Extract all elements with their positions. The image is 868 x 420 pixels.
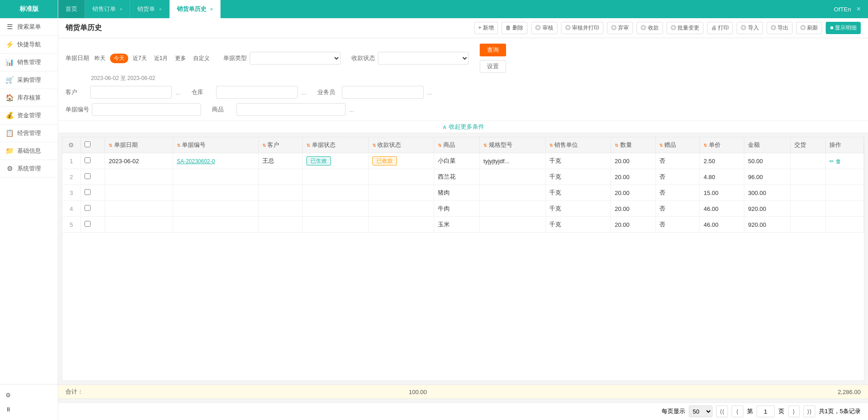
delete-action[interactable]: 🗑 [836,158,841,165]
select-all-checkbox[interactable] [85,141,90,147]
prev-page-button[interactable]: ⟨ [732,405,743,417]
date-shortcut-1month[interactable]: 近1月 [151,54,171,63]
next-page-button[interactable]: ⟩ [788,405,800,417]
tab-sales-goods-history[interactable]: 销货单历史 × [170,0,221,18]
date-shortcut-custom[interactable]: 自定义 [191,54,212,63]
sidebar-logo: 标准版 [0,0,58,18]
receipt-status-select[interactable] [378,52,469,65]
sidebar-item-finance-mgmt[interactable]: 💰 资金管理 [0,107,58,125]
refresh-button[interactable]: ◎ 刷新 [796,22,822,34]
doc-type-filter: 单据类型 [223,52,341,65]
th-gift[interactable]: ⇅ 赠品 [655,137,700,153]
query-button[interactable]: 查询 [480,44,506,56]
edit-action[interactable]: ✏ [829,158,834,165]
th-sales-unit[interactable]: ⇅ 销售单位 [545,137,611,153]
sort-icon-11: ⇅ [703,143,707,148]
date-shortcut-more[interactable]: 更多 [172,54,189,63]
audit-print-button[interactable]: ◎ 审核并打印 [561,22,603,34]
cell-operation[interactable] [825,169,863,185]
cell-checkbox[interactable] [80,201,105,217]
tab-home[interactable]: 首页 [58,0,85,18]
th-operation: 操作 [825,137,863,153]
tab-sales-order-close[interactable]: × [120,6,122,12]
th-settings[interactable]: ⚙ [62,137,80,153]
sidebar-settings-btn[interactable]: ⚙ [0,388,58,402]
new-button[interactable]: + 新增 [474,22,498,34]
cell-doc-date [105,217,173,233]
warehouse-dots[interactable]: ... [301,89,306,96]
page-number-input[interactable] [757,405,775,417]
export-button[interactable]: ◎ 导出 [767,22,793,34]
horizontal-scrollbar[interactable] [58,399,868,402]
column-settings-icon[interactable]: ⚙ [68,141,74,149]
cell-checkbox[interactable] [80,169,105,185]
th-unit-price[interactable]: ⇅ 单价 [700,137,744,153]
salesperson-filter: 业务员 ... [317,86,432,99]
warehouse-input[interactable] [216,86,298,99]
customer-dots[interactable]: ... [176,89,181,96]
cell-operation[interactable]: ✏🗑 [825,153,863,169]
tab-sales-goods-history-close[interactable]: × [210,6,213,12]
cell-operation[interactable] [825,201,863,217]
tab-sales-goods-close[interactable]: × [159,6,161,12]
goods-dots[interactable]: ... [349,106,354,113]
sidebar-collapse-btn[interactable]: ⏸ [0,402,58,416]
sidebar-item-purchase-mgmt[interactable]: 🛒 采购管理 [0,71,58,89]
window-close-button[interactable]: × [857,5,861,13]
sidebar-item-search-menu[interactable]: ☰ 搜索菜单 [0,18,58,36]
cell-checkbox[interactable] [80,153,105,169]
cell-amount: 300.00 [744,185,791,201]
th-spec-type[interactable]: ⇅ 规格型号 [480,137,545,153]
sidebar-item-operation-mgmt[interactable]: 📋 经营管理 [0,125,58,142]
doc-type-select[interactable] [250,52,341,65]
date-filter-controls: 昨天 今天 近7天 近1月 更多 自定义 [92,54,212,63]
cell-checkbox[interactable] [80,217,105,233]
cell-operation[interactable] [825,217,863,233]
print-button[interactable]: 🖨 打印 [707,22,733,34]
th-receipt-status[interactable]: ⇅ 收款状态 [368,137,434,153]
cell-doc-number[interactable]: SA-20230602-0 [173,153,258,169]
tab-sales-order[interactable]: 销售订单 × [85,0,130,18]
date-shortcut-yesterday[interactable]: 昨天 [92,54,108,63]
sidebar-item-system-mgmt[interactable]: ⚙ 系统管理 [0,160,58,178]
salesperson-input[interactable] [342,86,424,99]
th-quantity[interactable]: ⇅ 数量 [611,137,655,153]
tab-sales-goods[interactable]: 销货单 × [130,0,169,18]
filter-settings-button[interactable]: 设置 [480,60,506,73]
first-page-button[interactable]: ⟨⟨ [716,405,728,417]
date-shortcut-7days[interactable]: 近7天 [130,54,150,63]
th-customer[interactable]: ⇅ 客户 [258,137,303,153]
date-filter-label: 单据日期 [65,54,89,62]
batch-change-button[interactable]: ◎ 批量变更 [667,22,703,34]
salesperson-dots[interactable]: ... [427,89,432,96]
per-page-select[interactable]: 50 20 100 [689,405,712,417]
sort-icon-10: ⇅ [659,143,663,148]
import-button[interactable]: ◎ 导入 [737,22,763,34]
last-page-button[interactable]: ⟩⟩ [803,405,815,417]
customer-filter: 客户 ... [65,86,181,99]
audit-button[interactable]: ◎ 审核 [531,22,557,34]
th-doc-date[interactable]: ⇅ 单据日期 [105,137,173,153]
collapse-filter-button[interactable]: ∧ 收起更多条件 [58,120,868,133]
cell-doc-number [173,169,258,185]
cell-operation[interactable] [825,185,863,201]
show-detail-button[interactable]: ■ 显示明细 [826,22,861,34]
date-shortcut-today[interactable]: 今天 [110,54,128,63]
sidebar-item-label: 经营管理 [17,129,41,137]
sidebar-item-quick-nav[interactable]: ⚡ 快捷导航 [0,36,58,54]
customer-input[interactable] [90,86,172,99]
sidebar-item-basic-info[interactable]: 📁 基础信息 [0,142,58,160]
sidebar-item-inventory-calc[interactable]: 🏠 库存核算 [0,89,58,107]
receive-button[interactable]: ◎ 收款 [637,22,662,34]
sidebar-item-sales-mgmt[interactable]: 📊 销售管理 [0,54,58,71]
sort-icon-6: ⇅ [438,143,442,148]
delete-button[interactable]: 🗑 删除 [502,22,527,34]
th-doc-status[interactable]: ⇅ 单据状态 [303,137,368,153]
th-doc-number[interactable]: ⇅ 单据编号 [173,137,258,153]
abandon-button[interactable]: ◎ 弃审 [607,22,633,34]
cell-doc-number [173,217,258,233]
cell-checkbox[interactable] [80,185,105,201]
goods-input[interactable] [236,103,346,116]
doc-number-input[interactable] [92,103,201,116]
th-goods[interactable]: ⇅ 商品 [434,137,480,153]
